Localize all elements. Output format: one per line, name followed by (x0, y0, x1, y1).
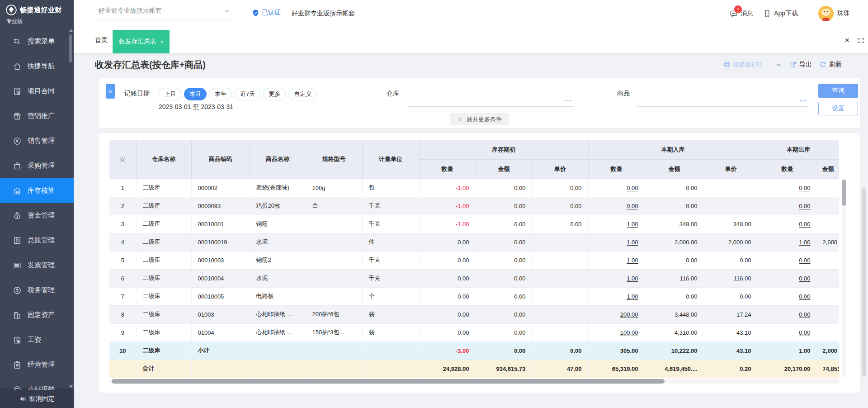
date-range-value[interactable]: 2023-03-01 至 2023-03-31 (159, 103, 233, 111)
table-hscroll-thumb[interactable] (112, 379, 665, 384)
date-option-2[interactable]: 本年 (209, 88, 232, 100)
cell-warehouse: 二级库 (136, 179, 191, 197)
cell-in-price: 2,000.00 (704, 233, 758, 251)
sidebar-item-sales-mgmt[interactable]: 销售管理 (0, 128, 74, 153)
sidebar-item-project-contract[interactable]: 项目合同 (0, 79, 74, 104)
sidebar-item-inventory-accounting[interactable]: 库存核算 (0, 178, 74, 203)
table-row: 8二级库01003心相印抽纸 ...200抽*6包袋0.000.00200.00… (109, 305, 839, 323)
refresh-button[interactable]: 刷新 (819, 61, 842, 69)
cell-out-qty[interactable]: 0.00 (758, 287, 817, 305)
cell-in-price: 348.00 (704, 215, 758, 233)
sidebar-item-fixed-assets[interactable]: 固定资产 (0, 303, 74, 327)
collapse-filter-button[interactable]: » (106, 84, 115, 99)
sidebar-item-payroll[interactable]: 工资 (0, 327, 74, 352)
tab-close-icon[interactable]: × (160, 38, 164, 45)
cell-code: 小计 (191, 342, 250, 360)
cell-unit: 袋 (362, 323, 419, 342)
tab-summary-report[interactable]: 收发存汇总表 × (113, 30, 170, 53)
cell-init-price: 0.00 (532, 179, 588, 197)
account-set-select[interactable]: 好业财专业版演示帐套 (99, 7, 231, 19)
date-option-0[interactable]: 上月 (159, 88, 181, 100)
sidebar-item-invoice-mgmt[interactable]: 发票管理 (0, 253, 74, 278)
print-by-template-button[interactable]: 按模板打印 (718, 58, 768, 71)
cell-out-qty[interactable]: 0.00 (758, 305, 817, 323)
cell-init-price (532, 287, 588, 305)
date-option-1[interactable]: 本月 (184, 88, 207, 100)
cell-out-qty[interactable]: 1.00 (758, 342, 817, 360)
table-vertical-scrollbar[interactable] (842, 179, 846, 378)
cell-in-amt: 4,619,450.... (645, 360, 704, 378)
table-horizontal-scrollbar[interactable] (109, 379, 840, 384)
cell-in-qty[interactable]: 100.00 (588, 323, 645, 342)
page-scrollbar-thumb[interactable] (862, 188, 866, 377)
sidebar-item-tax-mgmt[interactable]: 税务管理 (0, 278, 74, 303)
sidebar-item-operations-mgmt[interactable]: 经营管理 (0, 352, 74, 377)
cell-out-qty[interactable]: 0.00 (758, 269, 817, 287)
cell-in-qty[interactable]: 0.00 (588, 179, 645, 197)
cell-init-qty: 0.00 (419, 251, 476, 269)
expand-more-label: 展开更多条件 (467, 115, 502, 123)
table-vscroll-thumb[interactable] (842, 180, 846, 206)
product-picker-button[interactable]: ... (799, 95, 807, 103)
cell-out-qty[interactable]: 0.00 (758, 179, 817, 197)
warehouse-input[interactable]: ... (407, 88, 574, 107)
cell-out-qty[interactable]: 0.00 (758, 197, 817, 215)
cell-in-qty[interactable]: 200.00 (588, 305, 645, 323)
contract-icon (13, 87, 22, 96)
app-download-button[interactable]: App下载 (763, 9, 798, 18)
scroll-down-icon[interactable] (69, 385, 73, 388)
sidebar-item-marketing[interactable]: 营销推广 (0, 104, 74, 128)
header-product-code: 商品编码 (191, 140, 250, 179)
cell-in-qty[interactable]: 1.00 (588, 287, 645, 305)
sidebar-item-xiaohao-expense[interactable]: 小好报销 (0, 377, 74, 390)
cell-in-qty[interactable]: 1.00 (588, 251, 645, 269)
table-row: 7二级库00010005电路板个0.000.001.000.000.000.00 (109, 287, 839, 305)
cell-out-qty[interactable]: 1.00 (758, 233, 817, 251)
cell-code: 00010003 (191, 251, 250, 269)
sidebar-item-label: 搜索菜单 (28, 37, 55, 46)
column-settings-button[interactable] (109, 140, 136, 179)
product-input[interactable]: ... (637, 88, 809, 107)
topbar: 好业财专业版演示帐套 已认证 好业财专业版演示帐套 消息 1 App下载 (74, 0, 868, 27)
sidebar-item-purchase-mgmt[interactable]: 采购管理 (0, 153, 74, 178)
date-option-5[interactable]: 自定义 (288, 88, 317, 100)
export-button[interactable]: 导出 (789, 61, 812, 69)
expand-more-conditions-button[interactable]: 展开更多条件 (450, 113, 509, 125)
sidebar-scroll-thumb[interactable] (69, 34, 72, 62)
report-toolbar: 按模板打印 导出 刷新 (718, 58, 842, 71)
messages-button[interactable]: 消息 1 (730, 9, 753, 18)
settings-button[interactable]: 设置 (818, 102, 858, 115)
date-option-4[interactable]: 更多 (263, 88, 286, 100)
close-icon[interactable]: × (844, 36, 849, 44)
cell-out-qty[interactable]: 0.00 (758, 251, 817, 269)
sidebar-item-search-menu[interactable]: 搜索菜单 (0, 29, 74, 54)
sidebar-item-label: 工资 (28, 336, 41, 344)
cell-in-qty[interactable]: 1.00 (588, 269, 645, 287)
cell-out-qty[interactable]: 0.00 (758, 323, 817, 342)
sidebar-item-label: 销售管理 (28, 137, 55, 145)
scroll-up-icon[interactable] (69, 29, 73, 32)
cell-out-qty[interactable]: 0.00 (758, 215, 817, 233)
fullscreen-icon[interactable] (858, 37, 864, 44)
date-option-3[interactable]: 近7天 (235, 88, 260, 100)
sidebar-item-general-ledger[interactable]: 总账管理 (0, 228, 74, 253)
cell-in-qty[interactable]: 305.00 (588, 342, 645, 360)
sidebar-item-quick-nav[interactable]: 快捷导航 (0, 54, 74, 79)
sidebar-scrollbar[interactable] (69, 29, 73, 388)
cell-unit (362, 360, 419, 378)
cell-unit: 包 (362, 179, 419, 197)
tab-home[interactable]: 首页 (95, 27, 108, 53)
cell-num: 9 (109, 323, 136, 342)
warehouse-picker-button[interactable]: ... (564, 95, 572, 103)
print-options-dropdown[interactable] (775, 62, 782, 68)
cell-code: 01003 (191, 305, 250, 323)
query-button[interactable]: 查询 (818, 84, 858, 98)
user-menu[interactable]: 珠珠 (818, 6, 850, 21)
sidebar-item-funds-mgmt[interactable]: 资金管理 (0, 203, 74, 228)
cell-in-qty[interactable]: 1.00 (588, 215, 645, 233)
table-row: 6二级库00010004水泥千克0.000.001.00116.00116.00… (109, 269, 839, 287)
cell-in-qty[interactable]: 1.00 (588, 233, 645, 251)
cell-in-qty[interactable]: 0.00 (588, 197, 645, 215)
filter-panel: » 记账日期 上月本月本年近7天更多自定义 2023-03-01 至 2023-… (99, 78, 860, 128)
unpin-sidebar-button[interactable]: 取消固定 (0, 390, 74, 408)
